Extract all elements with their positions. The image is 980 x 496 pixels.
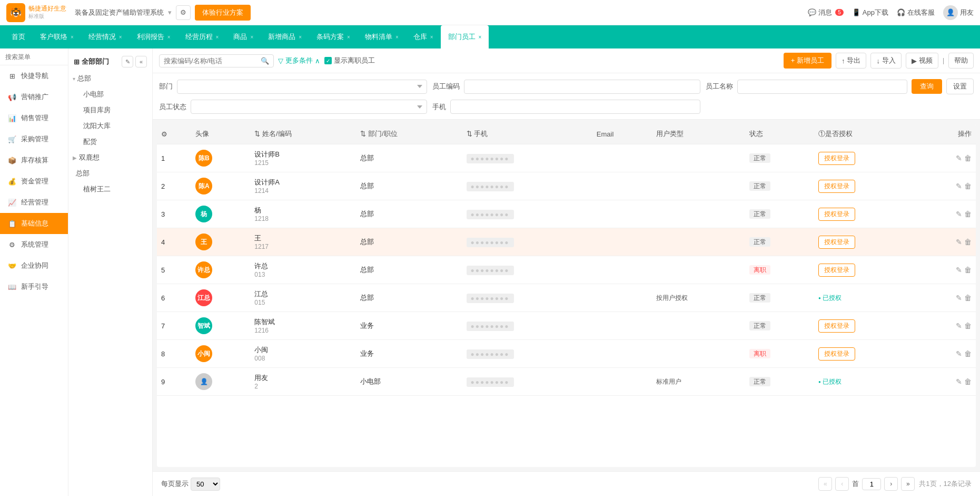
export-btn[interactable]: ↑ 导出 <box>836 53 867 69</box>
tab-home[interactable]: 首页 <box>4 25 33 48</box>
delete-btn[interactable]: 🗑 <box>964 294 972 302</box>
tab-dept-staff[interactable]: 部门员工 × <box>441 25 489 48</box>
filter-emp-code-input[interactable] <box>464 80 700 94</box>
auth-btn[interactable]: 授权登录 <box>818 152 855 165</box>
delete-btn[interactable]: 🗑 <box>964 349 972 358</box>
auth-btn[interactable]: 授权登录 <box>818 264 855 277</box>
delete-btn[interactable]: 🗑 <box>964 154 972 162</box>
close-icon[interactable]: × <box>347 34 350 40</box>
search-btn[interactable]: 查询 <box>912 79 942 94</box>
auth-btn[interactable]: 授权登录 <box>818 347 855 361</box>
tab-customer[interactable]: 客户联络 × <box>33 25 81 48</box>
last-page-btn[interactable]: » <box>901 477 915 491</box>
dept-item-shuanglu[interactable]: ▶ 双鹿想 <box>68 150 152 166</box>
filter-emp-name-input[interactable] <box>737 80 907 94</box>
dept-sub-xiaodian[interactable]: 小电部 <box>68 86 152 102</box>
edit-btn[interactable]: ✎ <box>956 349 962 358</box>
online-service-btn[interactable]: 🎧 在线客服 <box>897 8 935 17</box>
dept-item-zongbu-parent[interactable]: ▾ 总部 <box>68 71 152 86</box>
tab-new-goods[interactable]: 新增商品 × <box>261 25 309 48</box>
col-name-code[interactable]: ⇅ 姓名/编码 <box>250 124 356 144</box>
edit-btn[interactable]: ✎ <box>956 182 962 190</box>
sidebar-item-biz[interactable]: 📈 经营管理 <box>0 192 68 213</box>
sidebar-item-basic[interactable]: 📋 基础信息 <box>0 213 68 234</box>
import-btn[interactable]: ↓ 导入 <box>870 53 902 69</box>
edit-btn[interactable]: ✎ <box>956 294 962 302</box>
tab-warehouse[interactable]: 仓库 × <box>406 25 441 48</box>
more-filter-btn[interactable]: ▽ 更多条件 ∧ <box>278 56 320 65</box>
per-page-select[interactable]: 50 100 <box>191 478 220 491</box>
user-menu[interactable]: 👤 用友 <box>943 5 974 20</box>
tab-goods[interactable]: 商品 × <box>226 25 261 48</box>
tab-profit[interactable]: 利润报告 × <box>130 25 178 48</box>
dept-item-zongbu2[interactable]: 总部 <box>68 166 152 181</box>
col-dept-position[interactable]: ⇅ 部门/职位 <box>356 124 462 144</box>
tab-history[interactable]: 经营历程 × <box>178 25 226 48</box>
edit-btn[interactable]: ✎ <box>956 238 962 246</box>
close-icon[interactable]: × <box>119 34 122 40</box>
close-icon[interactable]: × <box>216 34 219 40</box>
sidebar-item-sales[interactable]: 📊 销售管理 <box>0 108 68 129</box>
page-number-input[interactable] <box>862 478 881 490</box>
close-icon[interactable]: × <box>299 34 302 40</box>
add-employee-btn[interactable]: + 新增员工 <box>784 53 831 69</box>
set-btn[interactable]: 设置 <box>946 79 974 94</box>
dept-sub-shenyang[interactable]: 沈阳大库 <box>68 118 152 134</box>
dept-edit-btn[interactable]: ✎ <box>122 56 133 67</box>
delete-btn[interactable]: 🗑 <box>964 210 972 218</box>
search-input[interactable] <box>164 57 259 65</box>
sidebar-item-guide[interactable]: 📖 新手引导 <box>0 276 68 297</box>
close-icon[interactable]: × <box>250 34 253 40</box>
edit-btn[interactable]: ✎ <box>956 377 962 386</box>
tab-bom[interactable]: 物料清单 × <box>358 25 406 48</box>
auth-btn[interactable]: 授权登录 <box>818 319 855 333</box>
dept-sub-zhishu[interactable]: 植树王二 <box>68 181 152 197</box>
edit-btn[interactable]: ✎ <box>956 266 962 274</box>
delete-btn[interactable]: 🗑 <box>964 182 972 190</box>
auth-btn[interactable]: 授权登录 <box>818 180 855 193</box>
filter-status-select[interactable] <box>191 100 427 114</box>
next-page-btn[interactable]: › <box>884 477 898 491</box>
sidebar-item-shortcut[interactable]: ⊞ 快捷导航 <box>0 65 68 86</box>
edit-btn[interactable]: ✎ <box>956 210 962 218</box>
sidebar-item-finance[interactable]: 💰 资金管理 <box>0 171 68 192</box>
filter-phone-input[interactable] <box>450 100 700 114</box>
trial-btn[interactable]: 体验行业方案 <box>195 5 251 21</box>
first-page-btn[interactable]: « <box>818 477 832 491</box>
close-icon[interactable]: × <box>71 34 74 40</box>
help-btn[interactable]: 帮助 <box>948 53 974 69</box>
close-icon[interactable]: × <box>479 34 482 40</box>
delete-btn[interactable]: 🗑 <box>964 322 972 330</box>
sidebar-item-collab[interactable]: 🤝 企业协同 <box>0 255 68 276</box>
sidebar-item-marketing[interactable]: 📢 营销推广 <box>0 86 68 108</box>
delete-btn[interactable]: 🗑 <box>964 377 972 386</box>
sidebar-item-inventory[interactable]: 📦 库存核算 <box>0 150 68 171</box>
search-icon[interactable]: 🔍 <box>261 57 269 65</box>
app-download-btn[interactable]: 📱 App下载 <box>852 8 888 17</box>
dept-collapse-btn[interactable]: « <box>135 56 147 67</box>
auth-btn[interactable]: 授权登录 <box>818 208 855 221</box>
dept-sub-peihuo[interactable]: 配货 <box>68 134 152 150</box>
delete-btn[interactable]: 🗑 <box>964 238 972 246</box>
title-dropdown-arrow[interactable]: ▾ <box>168 8 172 16</box>
auth-btn[interactable]: 授权登录 <box>818 236 855 249</box>
settings-btn[interactable]: ⚙ <box>176 5 191 20</box>
close-icon[interactable]: × <box>430 34 433 40</box>
dept-sub-project[interactable]: 项目库房 <box>68 102 152 118</box>
filter-dept-select[interactable] <box>177 80 427 94</box>
show-resign-toggle[interactable]: ✓ 显示离职员工 <box>324 56 375 65</box>
col-settings[interactable]: ⚙ <box>157 124 191 144</box>
sidebar-item-purchase[interactable]: 🛒 采购管理 <box>0 129 68 150</box>
sidebar-item-system[interactable]: ⚙ 系统管理 <box>0 234 68 255</box>
col-phone[interactable]: ⇅ 手机 <box>462 124 592 144</box>
message-btn[interactable]: 💬 消息 5 <box>808 8 844 17</box>
edit-btn[interactable]: ✎ <box>956 322 962 330</box>
close-icon[interactable]: × <box>167 34 171 40</box>
tab-barcode[interactable]: 条码方案 × <box>309 25 358 48</box>
view-btn[interactable]: ▶ 视频 <box>906 53 938 69</box>
close-icon[interactable]: × <box>395 34 399 40</box>
prev-page-btn[interactable]: ‹ <box>835 477 849 491</box>
tab-operation[interactable]: 经营情况 × <box>81 25 130 48</box>
delete-btn[interactable]: 🗑 <box>964 266 972 274</box>
edit-btn[interactable]: ✎ <box>956 154 962 162</box>
